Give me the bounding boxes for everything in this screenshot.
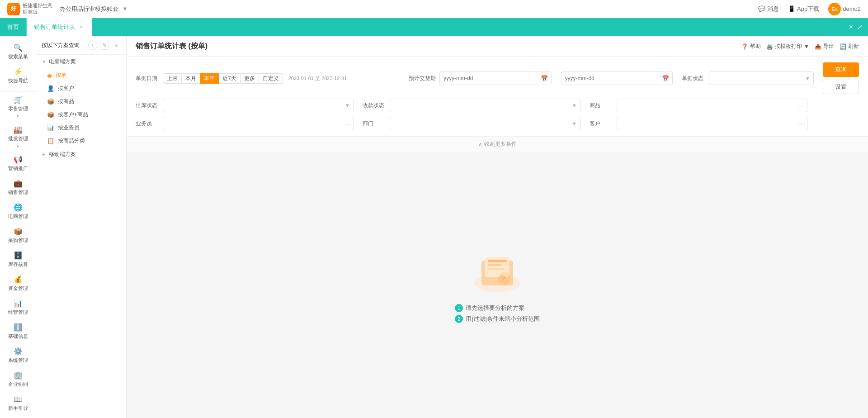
tree-mobile-group[interactable]: ▼ 移动端方案: [36, 147, 126, 162]
status-select-wrap: ▼: [709, 71, 814, 85]
sidebar-item-appcenter[interactable]: 🔲 应用中心: [0, 415, 36, 418]
help-btn[interactable]: ❓ 帮助: [741, 43, 761, 50]
wholesale-icon: 🏭: [14, 125, 23, 134]
tree-pc-group[interactable]: ▼ 电脑端方案: [36, 55, 126, 69]
customer-input-wrap: ···: [617, 117, 807, 130]
message-icon: 💬: [758, 5, 765, 12]
salesperson-input[interactable]: [163, 117, 354, 130]
sidebar-item-basic[interactable]: ℹ️ 基础信息: [0, 319, 36, 343]
sidebar-item-guide[interactable]: 📖 新手引导: [0, 391, 36, 415]
sales-icon: 💼: [14, 179, 23, 188]
pc-group-label: 电脑端方案: [49, 58, 76, 66]
sidebar-item-finance[interactable]: 💰 资金管理: [0, 271, 36, 295]
tab-close-btn[interactable]: ×: [78, 24, 84, 30]
tree-item-by-salesperson[interactable]: 📊 按业务员: [42, 121, 126, 134]
filter-status: 单据状态 ▼: [682, 71, 814, 85]
tab-home[interactable]: 首页: [0, 18, 27, 36]
system-icon: ⚙️: [14, 347, 23, 356]
date-start-input[interactable]: [439, 71, 552, 85]
tree-item-by-category[interactable]: 📋 按商品分类: [42, 134, 126, 147]
collapse-panel-btn[interactable]: «: [112, 41, 121, 50]
by-cg-icon: 📦: [47, 111, 54, 118]
goods-label: 商品: [590, 102, 613, 109]
date-dash: —: [553, 75, 559, 82]
topbar-right: 💬 消息 📱 App下载 Ea demo2: [758, 3, 861, 15]
window-close-btn[interactable]: ×: [849, 24, 853, 31]
query-btn[interactable]: 查询: [823, 62, 859, 77]
collection-status-select[interactable]: [390, 99, 580, 112]
date-tab-custom[interactable]: 自定义: [259, 73, 283, 84]
sidebar-item-purchase[interactable]: 📦 采购管理: [0, 223, 36, 247]
message-btn[interactable]: 💬 消息: [758, 5, 779, 13]
department-select[interactable]: [390, 117, 580, 130]
edit-scheme-btn[interactable]: ✎: [100, 41, 109, 50]
tree-item-by-order[interactable]: ◉ 按单: [42, 69, 126, 82]
status-label: 单据状态: [682, 75, 705, 82]
filter-row-1: 单据日期 上月 本月 本年 近7天 更多 自定义 2023-01-01 至 20…: [136, 62, 859, 94]
inventory-icon: 🗄️: [14, 251, 23, 260]
collection-status-label: 收款状态: [363, 102, 386, 109]
tab-sales-order[interactable]: 销售订单统计表 ×: [27, 18, 92, 36]
download-icon: 📱: [788, 5, 795, 12]
expected-delivery-label: 预计交货期: [409, 75, 436, 82]
date-tab-this-month[interactable]: 本月: [182, 73, 200, 84]
sidebar-item-operations[interactable]: 📊 经营管理: [0, 295, 36, 319]
date-tab-more[interactable]: 更多: [241, 73, 259, 84]
pc-expand-arrow: ▼: [42, 59, 46, 64]
sidebar-item-sales[interactable]: 💼 销售管理: [0, 176, 36, 200]
add-scheme-btn[interactable]: +: [88, 41, 97, 50]
app-dropdown-icon[interactable]: ▼: [122, 5, 128, 12]
collapse-icon: ∧: [478, 141, 482, 147]
refresh-btn[interactable]: 🔄 刷新: [840, 43, 859, 50]
sidebar-search[interactable]: 🔍 搜索菜单: [0, 40, 36, 64]
goods-input-wrap: ···: [617, 99, 807, 112]
print-dropdown-icon: ▼: [804, 43, 809, 50]
filter-customer: 客户 ···: [590, 117, 807, 130]
svg-rect-4: [488, 264, 501, 266]
app-name: 办公用品行业模拟账套: [60, 5, 118, 13]
user-menu[interactable]: Ea demo2: [828, 3, 861, 15]
sidebar-item-ecommerce[interactable]: 🌐 电商管理: [0, 200, 36, 223]
page-header-actions: ❓ 帮助 🖨️ 按模板打印 ▼ 📤 导出 🔄 刷新: [741, 43, 859, 56]
date-start-wrap: 📅: [439, 71, 552, 85]
empty-state: ? 1 请先选择要分析的方案 2 用[过滤]条件来缩小分析范围: [127, 152, 868, 418]
salesperson-input-wrap: ···: [163, 117, 354, 130]
tree-item-by-customer[interactable]: 👤 按客户: [42, 82, 126, 95]
print-btn[interactable]: 🖨️ 按模板打印 ▼: [766, 43, 809, 50]
filter-collection-status: 收款状态 ▼: [363, 99, 580, 112]
delivery-status-select[interactable]: [163, 99, 354, 112]
tabs-spacer: [92, 18, 844, 36]
logo-text: 畅捷通好生意 标准版: [23, 3, 52, 14]
date-tab-last-month[interactable]: 上月: [163, 73, 182, 84]
sidebar-item-inventory[interactable]: 🗄️ 库存核算: [0, 247, 36, 271]
app-download-btn[interactable]: 📱 App下载: [788, 5, 819, 13]
tree-item-by-customer-goods[interactable]: 📦 按客户+商品: [42, 108, 126, 121]
date-tab-this-year[interactable]: 本年: [200, 73, 219, 84]
date-quick-tabs: 上月 本月 本年 近7天 更多 自定义: [163, 73, 283, 84]
status-select[interactable]: [709, 71, 814, 85]
date-end-input[interactable]: [561, 71, 673, 85]
help-icon: ❓: [741, 43, 748, 50]
purchase-icon: 📦: [14, 227, 23, 236]
customer-input[interactable]: [617, 117, 807, 130]
logo-icon: 好: [7, 3, 20, 15]
date-tab-7days[interactable]: 近7天: [219, 73, 241, 84]
sidebar-item-system[interactable]: ⚙️ 系统管理: [0, 343, 36, 367]
by-salesperson-icon: 📊: [47, 124, 54, 131]
empty-tip-1: 1 请先选择要分析的方案: [455, 304, 539, 312]
set-btn[interactable]: 设置: [823, 80, 859, 94]
window-expand-btn[interactable]: ⤢: [857, 24, 863, 31]
export-btn[interactable]: 📤 导出: [815, 43, 834, 50]
collapse-bar[interactable]: ∧ 收起更多条件: [127, 136, 868, 152]
sidebar-item-retail[interactable]: 🛒 零售管理 ▾: [0, 92, 36, 122]
sidebar-shortcut[interactable]: ⚡ 快捷导航: [0, 64, 36, 88]
sidebar-item-enterprise[interactable]: 🏢 企业协同: [0, 367, 36, 391]
sidebar-item-marketing[interactable]: 📢 营销推广: [0, 152, 36, 176]
sidebar-item-wholesale[interactable]: 🏭 批发管理 ▴: [0, 122, 36, 152]
filter-delivery-status: 出库状态 ▼: [136, 99, 354, 112]
goods-input[interactable]: [617, 99, 807, 112]
tree-item-by-goods[interactable]: 📦 按商品: [42, 95, 126, 108]
topbar-center: 办公用品行业模拟账套 ▼: [60, 5, 758, 13]
tab-sales-label: 销售订单统计表: [34, 23, 75, 31]
page-title: 销售订单统计表 (按单): [136, 42, 208, 57]
